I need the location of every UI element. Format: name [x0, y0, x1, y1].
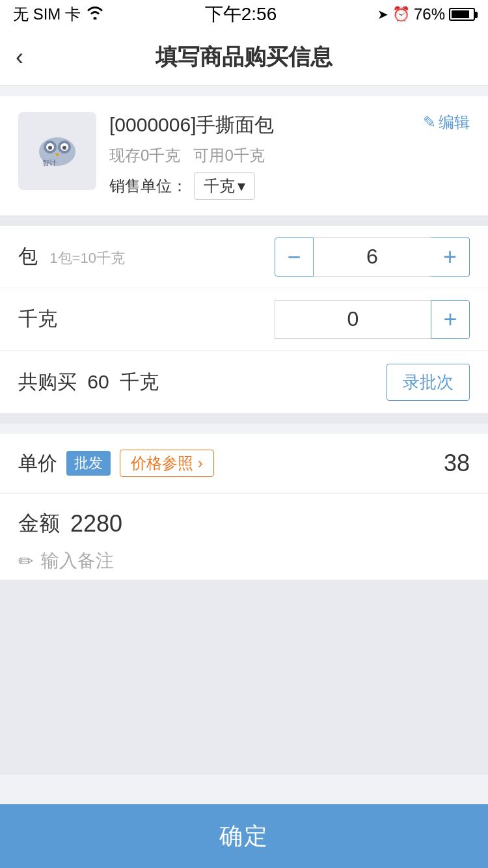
wifi-icon — [86, 5, 104, 23]
product-name: [0000006]手撕面包 — [109, 112, 470, 139]
amount-section: 金额 2280 ✏ 输入备注 — [0, 494, 488, 580]
alarm-icon: ⏰ — [392, 6, 410, 23]
note-placeholder: 输入备注 — [41, 549, 114, 573]
price-value: 38 — [444, 450, 470, 477]
kg-label: 千克 — [18, 306, 275, 332]
price-tag: 批发 — [66, 451, 111, 476]
product-image: 智计 — [18, 112, 96, 190]
unit-select[interactable]: 千克 ▾ — [194, 172, 255, 200]
note-icon: ✏ — [18, 550, 33, 572]
batch-button[interactable]: 录批次 — [386, 364, 470, 401]
bao-minus-button[interactable]: − — [275, 237, 314, 277]
status-bar: 无 SIM 卡 下午2:56 ➤ ⏰ 76% — [0, 0, 488, 29]
battery-text: 76% — [414, 5, 445, 23]
bao-qty-control: − + — [275, 237, 470, 277]
sim-status: 无 SIM 卡 — [13, 4, 81, 25]
bao-qty-input[interactable] — [314, 237, 431, 277]
svg-point-6 — [62, 146, 66, 150]
product-unit-row: 销售单位： 千克 ▾ — [109, 172, 470, 200]
total-text: 共购买 60 千克 — [18, 369, 159, 396]
price-ref-button[interactable]: 价格参照 › — [120, 450, 214, 477]
product-logo: 智计 — [34, 129, 80, 174]
bao-sublabel: 1包=10千克 — [49, 250, 125, 266]
bao-plus-button[interactable]: + — [431, 237, 470, 277]
location-icon: ➤ — [377, 7, 388, 22]
total-row: 共购买 60 千克 录批次 — [0, 351, 488, 413]
amount-row: 金额 2280 — [18, 509, 470, 538]
status-right: ➤ ⏰ 76% — [377, 5, 475, 23]
kg-plus-button[interactable]: + — [431, 300, 470, 339]
price-section: 单价 批发 价格参照 › 38 — [0, 434, 488, 493]
kg-qty-input[interactable] — [275, 300, 431, 339]
quantity-section: 包 1包=10千克 − + 千克 + — [0, 226, 488, 351]
nav-bar: ‹ 填写商品购买信息 — [0, 29, 488, 86]
product-stock: 现存0千克 可用0千克 — [109, 145, 470, 166]
bao-row: 包 1包=10千克 − + — [0, 226, 488, 288]
back-button[interactable]: ‹ — [16, 44, 23, 71]
bottom-space — [0, 580, 488, 775]
product-card: 智计 [0000006]手撕面包 现存0千克 可用0千克 销售单位： 千克 ▾ … — [0, 96, 488, 215]
note-row[interactable]: ✏ 输入备注 — [18, 549, 470, 573]
edit-button[interactable]: ✎ 编辑 — [423, 112, 470, 133]
price-row: 单价 批发 价格参照 › 38 — [18, 450, 470, 477]
status-time: 下午2:56 — [205, 2, 277, 27]
bao-label: 包 1包=10千克 — [18, 243, 275, 270]
edit-icon: ✎ — [423, 113, 436, 131]
confirm-button[interactable]: 确定 — [0, 804, 488, 868]
status-left: 无 SIM 卡 — [13, 4, 104, 25]
svg-point-5 — [48, 146, 52, 150]
amount-value: 2280 — [70, 510, 122, 537]
kg-row: 千克 + — [0, 288, 488, 351]
svg-text:智计: 智计 — [42, 159, 57, 167]
kg-qty-control: + — [275, 300, 470, 339]
amount-label: 金额 — [18, 509, 60, 538]
dropdown-icon: ▾ — [237, 177, 245, 195]
product-info: [0000006]手撕面包 现存0千克 可用0千克 销售单位： 千克 ▾ — [109, 112, 470, 200]
price-label: 单价 — [18, 450, 57, 477]
total-amount: 60 — [87, 371, 109, 392]
section-divider-1 — [0, 215, 488, 226]
page-title: 填写商品购买信息 — [156, 42, 332, 72]
section-divider-2 — [0, 413, 488, 424]
battery-icon — [449, 8, 475, 21]
